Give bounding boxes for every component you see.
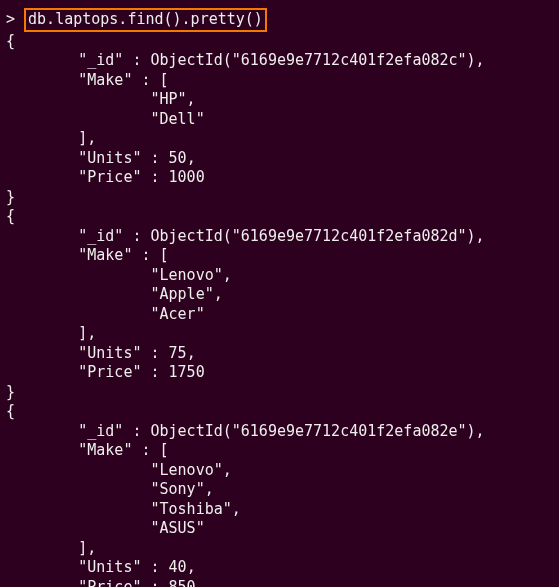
prompt-char: > bbox=[6, 10, 15, 28]
command-line: > db.laptops.find().pretty() bbox=[6, 8, 553, 32]
doc1-units: 75 bbox=[169, 344, 187, 362]
field-id: "_id" : ObjectId("6169e9e7712c401f2efa08… bbox=[6, 51, 553, 71]
field-make-close: ], bbox=[6, 129, 553, 149]
make-item: "Toshiba", bbox=[6, 500, 553, 520]
field-price: "Price" : 1000 bbox=[6, 168, 553, 188]
make-item: "Lenovo", bbox=[6, 461, 553, 481]
doc2-make2: Toshiba bbox=[160, 500, 223, 518]
field-price: "Price" : 850 bbox=[6, 578, 553, 588]
field-units: "Units" : 50, bbox=[6, 149, 553, 169]
field-price: "Price" : 1750 bbox=[6, 363, 553, 383]
doc1-make2: Acer bbox=[160, 305, 196, 323]
field-id: "_id" : ObjectId("6169e9e7712c401f2efa08… bbox=[6, 227, 553, 247]
make-item: "Lenovo", bbox=[6, 266, 553, 286]
doc1-make1: Apple bbox=[160, 285, 205, 303]
doc2-make0: Lenovo bbox=[160, 461, 214, 479]
brace-open: { bbox=[6, 207, 553, 227]
brace-close: } bbox=[6, 383, 553, 403]
doc2-make3: ASUS bbox=[160, 519, 196, 537]
field-units: "Units" : 75, bbox=[6, 344, 553, 364]
doc0-id: 6169e9e7712c401f2efa082c bbox=[241, 51, 458, 69]
make-item: "Dell" bbox=[6, 110, 553, 130]
make-item: "HP", bbox=[6, 90, 553, 110]
make-item: "Acer" bbox=[6, 305, 553, 325]
make-item: "Apple", bbox=[6, 285, 553, 305]
doc0-make0: HP bbox=[160, 90, 178, 108]
terminal-output: > db.laptops.find().pretty() { "_id" : O… bbox=[0, 0, 559, 587]
field-make-open: "Make" : [ bbox=[6, 71, 553, 91]
doc2-price: 850 bbox=[169, 578, 196, 588]
field-make-close: ], bbox=[6, 539, 553, 559]
make-item: "Sony", bbox=[6, 480, 553, 500]
doc1-make0: Lenovo bbox=[160, 266, 214, 284]
field-make-open: "Make" : [ bbox=[6, 441, 553, 461]
doc2-id: 6169e9e7712c401f2efa082e bbox=[241, 422, 458, 440]
doc0-units: 50 bbox=[169, 149, 187, 167]
doc0-price: 1000 bbox=[169, 168, 205, 186]
field-id: "_id" : ObjectId("6169e9e7712c401f2efa08… bbox=[6, 422, 553, 442]
doc2-units: 40 bbox=[169, 558, 187, 576]
doc0-make1: Dell bbox=[160, 110, 196, 128]
doc2-make1: Sony bbox=[160, 480, 196, 498]
brace-close: } bbox=[6, 188, 553, 208]
command-text: db.laptops.find().pretty() bbox=[28, 10, 263, 28]
doc1-price: 1750 bbox=[169, 363, 205, 381]
field-make-open: "Make" : [ bbox=[6, 246, 553, 266]
make-item: "ASUS" bbox=[6, 519, 553, 539]
command-highlight: db.laptops.find().pretty() bbox=[24, 8, 267, 32]
brace-open: { bbox=[6, 32, 553, 52]
brace-open: { bbox=[6, 402, 553, 422]
doc1-id: 6169e9e7712c401f2efa082d bbox=[241, 227, 458, 245]
field-make-close: ], bbox=[6, 324, 553, 344]
field-units: "Units" : 40, bbox=[6, 558, 553, 578]
